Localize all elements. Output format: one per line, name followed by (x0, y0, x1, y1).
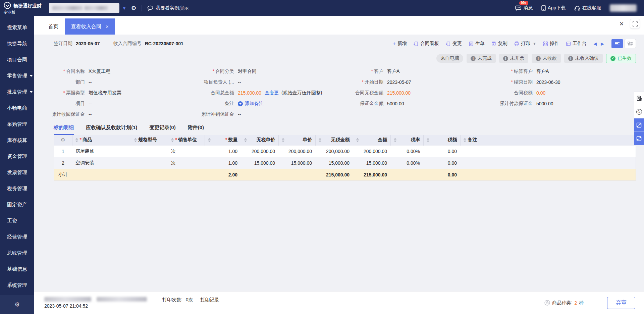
toolbar: +新增 合同看板 变更 生单 复制 (392, 39, 636, 48)
close-icon[interactable]: ✕ (105, 24, 109, 29)
expand-button[interactable] (634, 118, 644, 132)
abandon-approval-button[interactable]: 弃审 (607, 297, 635, 309)
add-note-link[interactable]: +添加备注 (238, 101, 264, 107)
column-header[interactable]: *商品 (72, 135, 131, 145)
subtab[interactable]: 附件(0) (188, 124, 204, 135)
messages-button[interactable]: 99+ 消息 (515, 5, 533, 11)
doc-history-button[interactable] (634, 92, 644, 105)
sidebar-item[interactable]: 项目合同 (0, 52, 34, 68)
sidebar-item[interactable]: 快捷导航 (0, 36, 34, 52)
sort-icon[interactable] (282, 138, 284, 142)
arrears-icon: 欠 (636, 109, 642, 115)
column-header[interactable]: 金额 (353, 135, 390, 145)
form-field: *合同名称X大厦工程 (39, 66, 188, 77)
sort-icon[interactable] (244, 138, 247, 142)
close-icon[interactable]: ✕ (616, 19, 627, 29)
subtab[interactable]: 变更记录(0) (149, 124, 175, 135)
column-header[interactable]: 无税金额 (315, 135, 353, 145)
actions-button[interactable]: 操作 (543, 41, 559, 47)
tab-home[interactable]: 首页 (42, 18, 65, 35)
copy-button[interactable]: 复制 (491, 41, 507, 47)
chevron-down-icon[interactable]: ▼ (122, 6, 126, 11)
subtab[interactable]: 标的明细 (54, 124, 74, 135)
sort-icon[interactable] (356, 138, 359, 142)
field-value: 增值税专用发票 (89, 90, 121, 96)
sort-icon[interactable] (394, 138, 396, 142)
subtab[interactable]: 应收确认及收款计划(1) (86, 124, 137, 135)
subtotal-row: 小计2.00215,000.00215,000.000.00 (54, 169, 636, 180)
sidebar-item[interactable]: 库存核算 (0, 132, 34, 148)
change-button[interactable]: 变更 (446, 41, 462, 47)
print-count: 打印次数: 0次 (162, 297, 193, 303)
column-header[interactable]: 备注 (460, 135, 636, 145)
effective-badge: ✓ 已生效 (606, 54, 636, 63)
column-header[interactable]: 无税单价 (241, 135, 278, 145)
sign-date-label: 签订日期 (54, 41, 72, 47)
divider (142, 5, 142, 11)
company-selector[interactable] (49, 3, 119, 13)
add-button[interactable]: +新增 (392, 41, 407, 47)
logo: 畅捷通好业财 专业版 (0, 0, 43, 16)
sidebar-item[interactable]: 固定资产 (0, 197, 34, 213)
sort-icon[interactable] (427, 138, 429, 142)
online-support-button[interactable]: 在线客服 (574, 5, 601, 11)
redacted-user-name[interactable] (610, 4, 637, 12)
sort-icon[interactable] (75, 138, 78, 142)
generate-order-button[interactable]: 生单 (469, 41, 485, 47)
column-header[interactable]: 单价 (278, 135, 315, 145)
sidebar-item[interactable]: 批发管理 (0, 84, 34, 100)
sidebar-item[interactable]: 搜索菜单 (0, 19, 34, 36)
sidebar-item[interactable]: 发票管理 (0, 164, 34, 180)
sidebar-item[interactable]: 基础信息 (0, 261, 34, 277)
sidebar-item[interactable]: 小畅电商 (0, 100, 34, 116)
print-button[interactable]: 打印▼ (514, 41, 536, 47)
table-row[interactable]: 1房屋装修次1.00200,000.00200,000.00200,000.00… (54, 145, 636, 157)
sort-icon[interactable] (464, 138, 466, 142)
column-header[interactable]: *销售单位 (168, 135, 205, 145)
line-items-table: ⚙*商品规格型号*销售单位*数量无税单价单价无税金额金额税率税额备注 1房屋装修… (54, 135, 636, 181)
sort-icon[interactable] (171, 138, 174, 142)
field-value: 2023-06-30 (536, 80, 560, 85)
status-badge: !未完成 (467, 54, 496, 63)
column-header[interactable]: 规格型号 (131, 135, 168, 145)
sidebar-menu: 搜索菜单快捷导航项目合同零售管理批发管理小畅电商采购管理库存核算资金管理发票管理… (0, 16, 34, 295)
sidebar-item[interactable]: 零售管理 (0, 68, 34, 84)
fullscreen-icon[interactable] (630, 19, 640, 29)
exclamation-icon: ! (471, 56, 476, 61)
gear-icon: ⚙ (14, 301, 20, 308)
arrears-button[interactable]: 欠 (634, 105, 644, 118)
table-row[interactable]: 2空调安装次1.0015,000.0015,000.0015,000.0015,… (54, 157, 636, 169)
gear-icon[interactable]: ⚙ (61, 137, 65, 143)
sidebar-item[interactable]: 采购管理 (0, 116, 34, 132)
workbench-button[interactable]: 工作台 (566, 41, 587, 47)
sort-icon[interactable] (208, 138, 211, 142)
contract-board-button[interactable]: 合同看板 (414, 41, 439, 47)
sidebar-item[interactable]: 税务管理 (0, 180, 34, 197)
print-log-link[interactable]: 打印记录 (201, 297, 219, 303)
sort-icon[interactable] (319, 138, 321, 142)
sort-icon[interactable] (134, 138, 137, 142)
card-view-toggle[interactable] (625, 39, 636, 48)
sidebar-item[interactable]: 经营管理 (0, 229, 34, 245)
sidebar-item[interactable]: 工资 (0, 213, 34, 229)
prev-record-button[interactable]: ◀ (593, 41, 597, 46)
column-header[interactable]: ⚙ (54, 135, 72, 145)
view-changes-link[interactable]: 查变更 (265, 90, 279, 96)
expand-button[interactable] (634, 132, 644, 145)
contract-board-icon (414, 41, 419, 46)
column-header[interactable]: *数量 (205, 135, 241, 145)
app-download-button[interactable]: App下载 (541, 5, 566, 11)
sidebar-item[interactable]: 总账管理 (0, 245, 34, 261)
column-header[interactable]: 税率 (390, 135, 423, 145)
sidebar-item[interactable]: 系统管理 (0, 277, 34, 293)
column-header[interactable]: 税额 (423, 135, 460, 145)
demo-link[interactable]: 我要看实例演示 (147, 5, 189, 11)
form-field (487, 109, 636, 120)
status-badge: !未收入确认 (564, 54, 603, 63)
gear-icon[interactable]: ⚙ (131, 5, 136, 12)
sidebar-settings-button[interactable]: ⚙ (0, 295, 34, 314)
next-record-button[interactable]: ▶ (601, 41, 604, 46)
list-view-toggle[interactable] (611, 39, 623, 48)
sidebar-item[interactable]: 资金管理 (0, 148, 34, 164)
tab-view-income-contract[interactable]: 查看收入合同 ✕ (65, 18, 115, 35)
